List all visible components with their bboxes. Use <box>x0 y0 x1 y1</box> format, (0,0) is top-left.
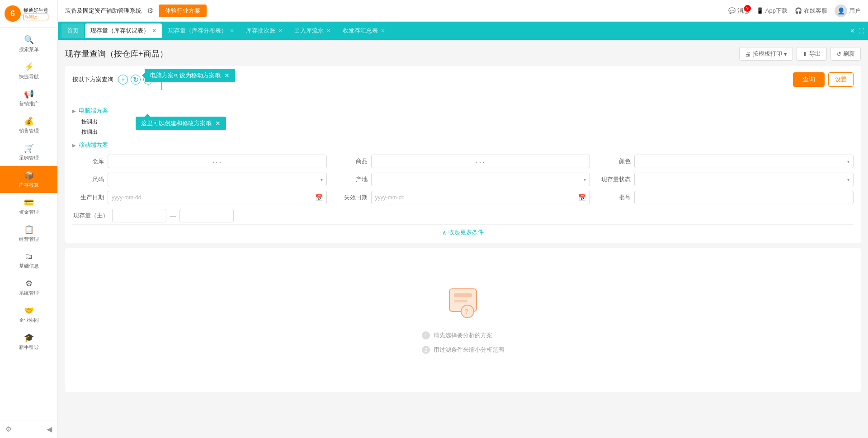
refresh-scheme-icon[interactable]: ↻ <box>131 75 141 85</box>
sidebar-item-basic[interactable]: 🗂 基础信息 <box>0 247 57 274</box>
sidebar-item-quicknav[interactable]: ⚡ 快捷导航 <box>0 57 57 85</box>
collapse-label: 收起更多条件 <box>448 228 484 236</box>
stock-qty-min-input[interactable] <box>112 209 166 222</box>
tab-inventory-status-close[interactable]: ✕ <box>152 28 156 34</box>
refresh-button[interactable]: ↺ 刷新 <box>830 47 861 61</box>
desktop-scheme-item[interactable]: ▶ 电脑端方案 <box>72 105 854 117</box>
sidebar-item-inventory[interactable]: 📦 库存核算 <box>0 166 57 193</box>
template-print-button[interactable]: 🖨 按模板打印 ▾ <box>739 47 793 61</box>
scheme-tooltip-close[interactable]: ✕ <box>224 72 230 79</box>
sub-item-1-label: 按调出 <box>81 118 98 126</box>
logo-icon: 6 <box>5 5 21 22</box>
sidebar-item-system[interactable]: ⚙ 系统管理 <box>0 274 57 301</box>
sidebar-item-sales[interactable]: 💰 销售管理 <box>0 112 57 139</box>
desktop-scheme-label: 电脑端方案 <box>79 107 108 115</box>
step1-num: 1 <box>422 331 430 339</box>
tab-home[interactable]: 首页 <box>61 24 84 38</box>
sales-icon: 💰 <box>24 116 34 126</box>
filter-origin: 产地 ▾ <box>336 173 590 186</box>
header-settings-icon[interactable]: ⚙ <box>147 6 153 15</box>
nav-label-basic: 基础信息 <box>19 263 39 269</box>
sidebar-item-purchase[interactable]: 🛒 采购管理 <box>0 139 57 166</box>
scheme-edit-tooltip-text: 这里可以创建和修改方案哦 <box>141 119 212 127</box>
header-left: 装备及固定资产辅助管理系统 ⚙ 体验行业方案 <box>65 5 207 17</box>
expire-date-input[interactable]: yyyy-mm-dd 📅 <box>371 191 590 204</box>
message-badge: 9 <box>744 5 751 12</box>
query-button[interactable]: 查询 <box>793 72 825 87</box>
nav-label-marketing: 营销推广 <box>19 100 39 107</box>
tab-inventory-status[interactable]: 现存量（库存状况表） ✕ <box>85 24 162 38</box>
origin-label: 产地 <box>336 175 368 184</box>
collapse-bar[interactable]: ∧ 收起更多条件 <box>72 224 854 240</box>
tab-expand-icon[interactable]: ⛶ <box>859 28 864 34</box>
tab-summary-close[interactable]: ✕ <box>381 28 385 34</box>
online-support-item[interactable]: 🎧 在线客服 <box>795 7 827 15</box>
color-select[interactable]: ▾ <box>634 155 854 168</box>
tab-bar-right: ✕ ⛶ <box>850 28 864 34</box>
stock-status-select[interactable]: ▾ <box>634 173 854 186</box>
collab-icon: 🤝 <box>24 306 34 316</box>
sidebar-item-marketing[interactable]: 📢 营销推广 <box>0 85 57 112</box>
phone-icon: 📱 <box>756 7 764 14</box>
nav-label-guide: 新手引导 <box>19 344 39 351</box>
empty-step2: 2 用过滤条件来缩小分析范围 <box>422 344 504 356</box>
message-item[interactable]: 💬 9 消息 <box>728 7 749 15</box>
tab-home-label: 首页 <box>67 27 79 35</box>
online-support-label: 在线客服 <box>804 7 827 15</box>
nav-label-purchase: 采购管理 <box>19 155 39 161</box>
tab-batch-close[interactable]: ✕ <box>278 28 283 34</box>
step2-text: 用过滤条件来缩小分析范围 <box>434 344 504 356</box>
filter-fields: 仓库 ··· 商品 ··· 颜色 <box>72 155 854 222</box>
scheme-edit-tooltip-close[interactable]: ✕ <box>215 120 221 127</box>
tab-flow-close[interactable]: ✕ <box>326 28 331 34</box>
tab-batch[interactable]: 库存批次账 ✕ <box>241 24 288 38</box>
settings-bottom-icon[interactable]: ⚙ <box>5 425 12 433</box>
collapse-sidebar-icon[interactable]: ◀ <box>47 425 52 433</box>
sidebar-item-management[interactable]: 📋 经营管理 <box>0 220 57 247</box>
tab-close-all-icon[interactable]: ✕ <box>850 28 855 34</box>
produce-date-input[interactable]: yyyy-mm-dd 📅 <box>108 191 327 204</box>
nav-label-quicknav: 快捷导航 <box>19 73 39 80</box>
stock-status-select-arrow: ▾ <box>847 177 849 182</box>
app-download-label: App下载 <box>765 7 788 15</box>
warehouse-dots-icon: ··· <box>212 156 222 167</box>
filter-grid-row2: 尺码 ▾ 产地 ▾ 现存量状态 <box>72 173 854 186</box>
page-area: 现存量查询（按仓库+商品） 🖨 按模板打印 ▾ ⬆ 导出 ↺ 刷新 <box>58 40 868 438</box>
sidebar-item-collab[interactable]: 🤝 企业协同 <box>0 301 57 328</box>
sidebar-item-guide[interactable]: 🎓 新手引导 <box>0 328 57 355</box>
app-download-item[interactable]: 📱 App下载 <box>756 7 788 15</box>
purchase-icon: 🛒 <box>24 143 34 153</box>
empty-state: ? 1 请先选择要分析的方案 2 用过滤条件来缩小分析范围 <box>65 248 861 392</box>
sidebar-item-search[interactable]: 🔍 搜索菜单 <box>0 30 57 57</box>
batch-input[interactable] <box>634 191 854 204</box>
expire-date-calendar-icon[interactable]: 📅 <box>578 194 586 201</box>
trial-button[interactable]: 体验行业方案 <box>159 5 207 17</box>
sidebar-item-finance[interactable]: 💳 资金管理 <box>0 193 57 220</box>
stock-qty-max-input[interactable] <box>179 209 234 222</box>
nav-label-search: 搜索菜单 <box>19 46 39 53</box>
tab-flow[interactable]: 出入库流水 ✕ <box>289 24 336 38</box>
filter-size: 尺码 ▾ <box>72 173 327 186</box>
main-content: 装备及固定资产辅助管理系统 ⚙ 体验行业方案 💬 9 消息 📱 App下载 🎧 … <box>58 0 868 438</box>
empty-step1: 1 请先选择要分析的方案 <box>422 330 504 341</box>
scheme-tooltip-text: 电脑方案可设为移动方案哦 <box>150 71 221 80</box>
tab-bar: 首页 现存量（库存状况表） ✕ 现存量（库存分布表） ✕ 库存批次账 ✕ 出入库… <box>58 22 868 40</box>
export-button[interactable]: ⬆ 导出 <box>797 47 827 61</box>
warehouse-dots[interactable]: ··· <box>108 155 327 168</box>
add-scheme-icon[interactable]: + <box>118 75 128 85</box>
mobile-scheme-label: 移动端方案 <box>79 141 108 149</box>
size-select[interactable]: ▾ <box>108 173 327 186</box>
origin-select[interactable]: ▾ <box>371 173 590 186</box>
tab-inventory-dist-close[interactable]: ✕ <box>230 28 234 34</box>
tab-inventory-dist[interactable]: 现存量（库存分布表） ✕ <box>163 24 240 38</box>
headset-icon: 🎧 <box>795 7 802 14</box>
color-label: 颜色 <box>599 157 631 165</box>
reset-button[interactable]: 设置 <box>828 72 854 87</box>
tab-summary[interactable]: 收发存汇总表 ✕ <box>337 24 391 38</box>
sidebar-bottom: ⚙ ◀ <box>0 420 57 438</box>
filter-product: 商品 ··· <box>336 155 590 168</box>
user-item[interactable]: 👤 用户 <box>835 5 861 17</box>
mobile-scheme-item[interactable]: ▶ 移动端方案 <box>72 139 854 151</box>
product-dots[interactable]: ··· <box>371 155 590 168</box>
produce-date-calendar-icon[interactable]: 📅 <box>315 194 323 201</box>
